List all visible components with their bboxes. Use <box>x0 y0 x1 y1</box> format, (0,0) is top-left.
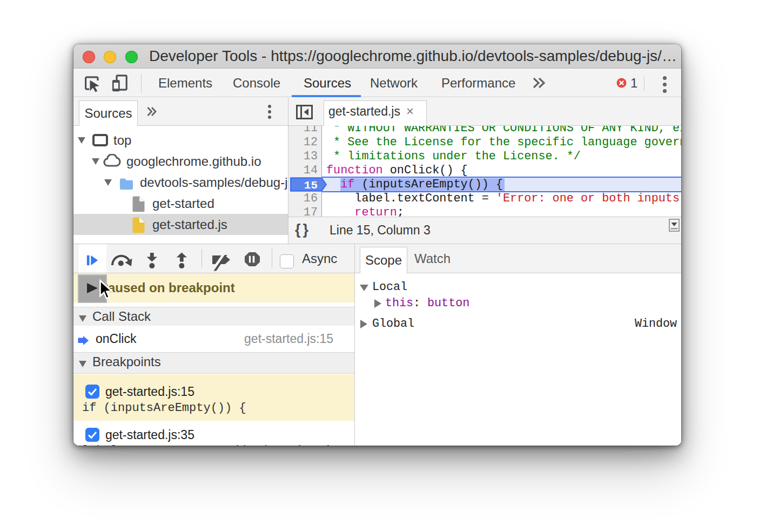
svg-text:15: 15 <box>304 179 318 192</box>
